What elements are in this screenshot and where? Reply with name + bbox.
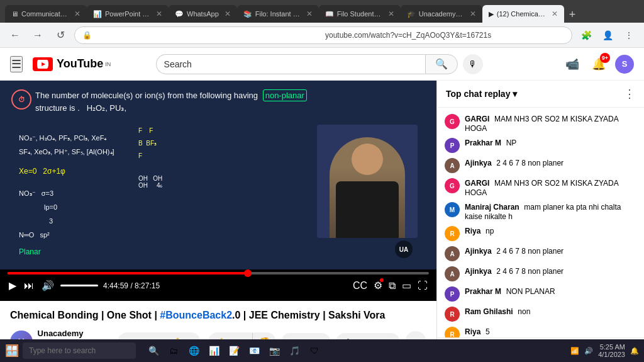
taskbar-time-text: 5:25 AM <box>598 343 625 351</box>
presenter <box>317 125 418 238</box>
settings-button[interactable]: ⋮ <box>620 26 638 44</box>
search-bar: 🔍 🎙 <box>156 54 483 74</box>
chat-title-text: Top chat replay <box>446 89 510 99</box>
chat-message-3: G GARGI MAM NH3 OR SO2 M KISKA ZYADA HOG… <box>437 176 644 200</box>
taskbar-icon-excel[interactable]: 📊 <box>205 342 223 359</box>
volume-slider[interactable] <box>60 285 98 286</box>
taskbar-icon-search[interactable]: 🔍 <box>145 342 162 359</box>
tab-favicon-7: ▶ <box>489 10 494 18</box>
search-input[interactable] <box>156 54 425 74</box>
chat-avatar-0: G <box>445 114 460 129</box>
taskbar-icon-taskview[interactable]: 🗂 <box>165 342 182 359</box>
taskbar-time: 5:25 AM 4/1/2023 <box>598 343 625 358</box>
fullscreen-button[interactable]: ⛶ <box>416 279 429 293</box>
tab-2[interactable]: 📊 PowerPoint Presentati... ✕ <box>87 5 169 23</box>
taskbar-volume-icon: 🔊 <box>584 347 593 355</box>
tab-5[interactable]: 📖 Filo Student: World's... ✕ <box>319 5 401 23</box>
browser-tabs: 🖥 Communication Syste... ✕ 📊 PowerPoint … <box>0 0 644 23</box>
yt-main: ⏱ The number of molecule(s) or ion(s) fr… <box>0 81 436 362</box>
taskbar-icon-mail[interactable]: 📧 <box>245 342 263 359</box>
chat-avatar-2: A <box>445 158 460 173</box>
video-player[interactable]: ⏱ The number of molecule(s) or ion(s) fr… <box>0 81 436 269</box>
chat-text-5: np <box>486 227 494 235</box>
tab-close-6[interactable]: ✕ <box>470 9 476 18</box>
board-no3: NO₃⁻ σ=3 lp=0 3 N═O sp² Planar <box>19 186 114 259</box>
taskbar-icon-notepad[interactable]: 📝 <box>225 342 243 359</box>
tab-6[interactable]: 🎓 Unacademy - India's... ✕ <box>401 5 482 23</box>
extensions-button[interactable]: 🧩 <box>577 26 595 44</box>
tab-close-3[interactable]: ✕ <box>225 9 231 18</box>
taskbar-icon-photos[interactable]: 📷 <box>265 342 283 359</box>
board-equations: NO₂⁻, H₂O₄, PF₃, PCl₃, XeF₄ SF₄, XeO₃, P… <box>19 131 114 259</box>
progress-bar[interactable] <box>8 272 429 274</box>
taskbar-search-input[interactable] <box>23 342 136 359</box>
taskbar-right: 📶 🔊 5:25 AM 4/1/2023 🔔 <box>570 343 639 358</box>
reload-button[interactable]: ↺ <box>52 26 69 44</box>
taskbar-icon-media[interactable]: 🎵 <box>286 342 303 359</box>
taskbar-icon-security[interactable]: 🛡 <box>306 342 323 359</box>
chat-name-4: Maniraj Charan <box>465 203 519 212</box>
notification-badge: 9+ <box>600 53 610 63</box>
chat-bubble-10: Riya 5 <box>465 327 636 336</box>
windows-start-icon[interactable]: 🪟 <box>5 344 19 358</box>
chat-bubble-7: Ajinkya 2 4 6 7 8 non planer <box>465 266 636 276</box>
volume-button[interactable]: 🔊 <box>40 278 55 293</box>
tab-1[interactable]: 🖥 Communication Syste... ✕ <box>5 5 87 23</box>
chat-avatar-8: P <box>445 286 460 302</box>
chat-bubble-3: GARGI MAM NH3 OR SO2 M KISKA ZYADA HOGA <box>465 178 636 197</box>
question-text: The number of molecule(s) or ion(s) from… <box>35 89 330 114</box>
tab-close-4[interactable]: ✕ <box>306 9 313 18</box>
chat-message-2: A Ajinkya 2 4 6 7 8 non planer <box>437 156 644 176</box>
play-button[interactable]: ▶ <box>8 278 18 293</box>
taskbar-notifications-icon[interactable]: 🔔 <box>630 347 639 355</box>
skip-forward-button[interactable]: ⏭ <box>23 279 35 293</box>
chat-avatar-6: A <box>445 246 460 261</box>
tab-3[interactable]: 💬 WhatsApp ✕ <box>169 5 237 23</box>
avatar[interactable]: S <box>615 55 634 74</box>
forward-button[interactable]: → <box>29 26 47 44</box>
chat-bubble-8: Prakhar M NON PLANAR <box>465 286 636 296</box>
nav-right-icons: 🧩 👤 ⋮ <box>577 26 638 44</box>
search-button[interactable]: 🔍 <box>425 54 458 74</box>
tab-close-1[interactable]: ✕ <box>74 9 80 18</box>
miniplayer-button[interactable]: ⧉ <box>387 279 397 293</box>
board-more-formulas: OH OH OH 4₆ <box>138 175 330 189</box>
menu-icon[interactable]: ☰ <box>10 56 23 72</box>
chat-message-10: R Riya 5 <box>437 324 644 337</box>
profile-button[interactable]: 👤 <box>599 26 616 44</box>
video-player-container: ⏱ The number of molecule(s) or ion(s) fr… <box>0 81 436 301</box>
non-planar-highlight: non-planar <box>263 89 307 101</box>
chat-message-7: A Ajinkya 2 4 6 7 8 non planer <box>437 264 644 284</box>
tab-close-7[interactable]: ✕ <box>552 9 558 18</box>
tab-favicon-2: 📊 <box>93 10 102 18</box>
notifications-icon[interactable]: 🔔 9+ <box>589 54 609 74</box>
chat-avatar-9: R <box>445 307 460 322</box>
back-button[interactable]: ← <box>6 26 24 44</box>
subtitles-button[interactable]: CC <box>352 279 369 293</box>
tab-7[interactable]: ▶ (12) Chemical B... ✕ <box>482 5 564 23</box>
chat-more-button[interactable]: ⋮ <box>624 87 635 101</box>
question-sub: structure is . H₂O₂, PU₃, <box>35 103 126 113</box>
board-xe: Xe=0 2σ+1φ <box>19 164 114 179</box>
taskbar-icon-edge[interactable]: 🌐 <box>185 342 203 359</box>
mic-button[interactable]: 🎙 <box>463 54 483 74</box>
board-planar: Planar <box>19 244 114 259</box>
create-icon[interactable]: 📹 <box>562 54 582 74</box>
chat-name-5: Riya <box>465 227 480 235</box>
address-bar[interactable]: 🔒 youtube.com/watch?v=cH_ZqAOoQ3Y&t=1672… <box>74 26 572 44</box>
board-line-2: SF₄, XeO₃, PH⁺, SF₅, [Al(OH)₄] <box>19 145 114 159</box>
youtube-logo[interactable]: YouTubeIN <box>33 57 111 71</box>
tab-close-5[interactable]: ✕ <box>388 9 394 18</box>
chat-dropdown-icon[interactable]: ▾ <box>513 89 517 99</box>
time-current: 4:44:59 <box>103 281 128 290</box>
tab-4[interactable]: 📚 Filo: Instant 1-to-1 tu... ✕ <box>237 5 319 23</box>
time-total: 8:27:15 <box>135 281 160 290</box>
tab-close-2[interactable]: ✕ <box>156 9 162 18</box>
theater-button[interactable]: ▭ <box>401 278 413 293</box>
tab-label-3: WhatsApp <box>187 10 219 18</box>
yt-content: ⏱ The number of molecule(s) or ion(s) fr… <box>0 81 644 362</box>
new-tab-button[interactable]: + <box>564 8 581 21</box>
hashtag-link[interactable]: #BounceBack2 <box>160 310 232 320</box>
timer-circle: ⏱ <box>11 89 31 110</box>
one-shot-text: One Shot <box>107 310 152 320</box>
